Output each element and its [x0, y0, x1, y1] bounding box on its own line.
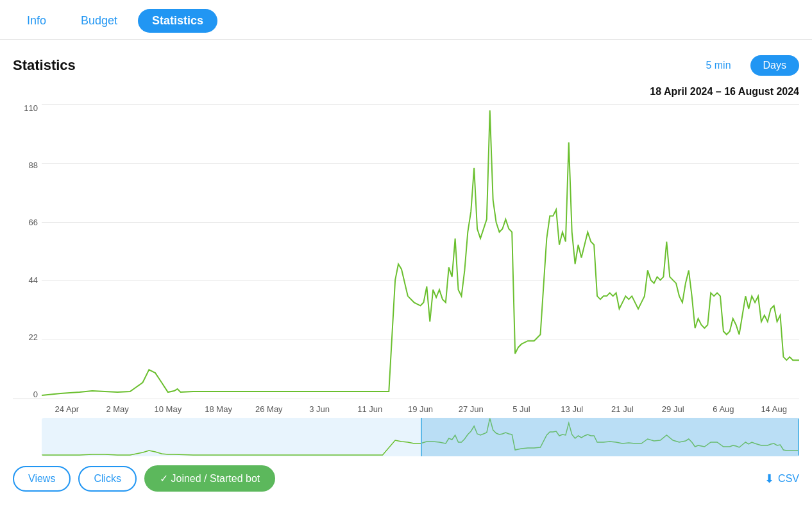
- x-label-11jun: 11 Jun: [344, 404, 395, 414]
- main-content: Statistics 5 min Days 18 April 2024 – 16…: [0, 40, 812, 504]
- days-button[interactable]: Days: [750, 55, 799, 76]
- y-label-22: 22: [13, 333, 42, 341]
- chart-wrapper: 110 88 66 44 22 0: [13, 104, 799, 456]
- time-controls: 5 min Days: [693, 55, 799, 76]
- joined-button[interactable]: ✓ Joined / Started bot: [144, 465, 275, 492]
- y-label-0: 0: [13, 390, 42, 399]
- chart-svg: [42, 104, 799, 399]
- five-min-button[interactable]: 5 min: [693, 55, 743, 76]
- x-label-19jun: 19 Jun: [395, 404, 446, 414]
- x-label-6aug: 6 Aug: [698, 404, 749, 414]
- x-label-21jul: 21 Jul: [597, 404, 648, 414]
- csv-label: CSV: [778, 473, 799, 485]
- x-label-14aug: 14 Aug: [749, 404, 799, 414]
- y-label-110: 110: [13, 104, 42, 112]
- date-range: 18 April 2024 – 16 August 2024: [13, 86, 799, 98]
- x-label-10may: 10 May: [142, 404, 193, 414]
- tab-budget[interactable]: Budget: [67, 9, 131, 33]
- x-axis: 24 Apr 2 May 10 May 18 May 26 May 3 Jun …: [42, 399, 799, 414]
- bottom-legend: Views Clicks ✓ Joined / Started bot ⬇ CS…: [13, 456, 799, 498]
- x-label-27jun: 27 Jun: [446, 404, 496, 414]
- views-button[interactable]: Views: [13, 466, 71, 492]
- stats-title: Statistics: [13, 57, 76, 74]
- top-nav: Info Budget Statistics: [0, 0, 812, 40]
- x-label-13jul: 13 Jul: [546, 404, 597, 414]
- clicks-button[interactable]: Clicks: [78, 466, 137, 492]
- tab-statistics[interactable]: Statistics: [138, 9, 217, 33]
- tab-info[interactable]: Info: [13, 9, 60, 33]
- y-label-88: 88: [13, 161, 42, 169]
- csv-button[interactable]: ⬇ CSV: [765, 472, 799, 486]
- x-label-26may: 26 May: [244, 404, 294, 414]
- y-label-66: 66: [13, 218, 42, 227]
- x-label-18may: 18 May: [193, 404, 244, 414]
- x-label-24apr: 24 Apr: [42, 404, 92, 414]
- chart-area: 110 88 66 44 22 0: [13, 104, 799, 399]
- y-label-44: 44: [13, 276, 42, 284]
- legend-buttons: Views Clicks ✓ Joined / Started bot: [13, 465, 275, 492]
- x-label-3jun: 3 Jun: [294, 404, 345, 414]
- x-label-2may: 2 May: [92, 404, 143, 414]
- download-icon: ⬇: [765, 472, 774, 486]
- y-axis: 110 88 66 44 22 0: [13, 104, 42, 399]
- x-label-5jul: 5 Jul: [496, 404, 547, 414]
- mini-chart-navigator[interactable]: [42, 418, 799, 456]
- chart-svg-container: [42, 104, 799, 399]
- x-label-29jul: 29 Jul: [648, 404, 698, 414]
- mini-chart-selection[interactable]: [421, 418, 800, 456]
- stats-header: Statistics 5 min Days: [13, 55, 799, 76]
